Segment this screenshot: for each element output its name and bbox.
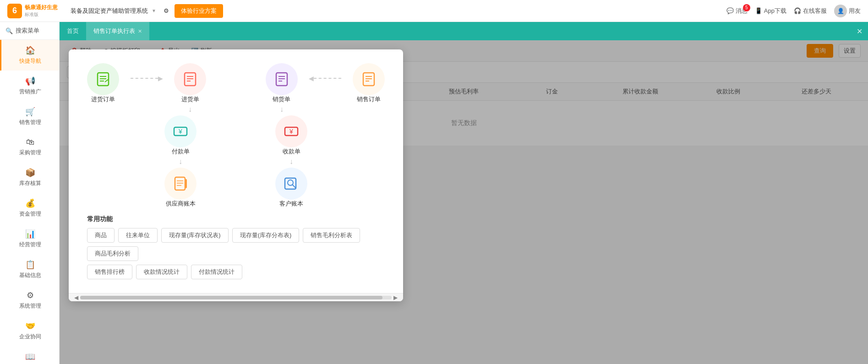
sales-order-label: 销售订单 [357,95,381,103]
tab-home-label: 首页 [67,27,79,35]
scrollbar-left-arrow[interactable]: ◀ [72,294,80,301]
svg-rect-20 [175,177,185,190]
scrollbar-thumb[interactable] [80,296,382,299]
sidebar-item-sales[interactable]: 🛒 销售管理 [0,101,59,132]
sidebar-item-guide[interactable]: 📖 新手引导 [0,346,59,364]
marketing-icon: 📢 [25,76,35,86]
func-btn-stock-dist[interactable]: 现存量(库存分布表) [232,228,300,243]
supplier-ledger-node[interactable] [164,168,197,200]
sidebar-item-system[interactable]: ⚙ 系统管理 [0,285,59,315]
sidebar-label-sales: 销售管理 [19,119,41,126]
function-buttons-row2: 销售排行榜 收款情况统计 付款情况统计 [87,265,385,279]
message-button[interactable]: 💬 消息 5 [726,7,748,15]
sales-order-node[interactable] [353,63,385,95]
support-label: 在线客服 [803,7,827,15]
main-area: 🔍 搜索菜单 🏠 快捷导航 📢 营销推广 🛒 销售管理 🛍 采购管理 📦 [0,22,868,364]
purchase-icon: 🛍 [26,137,34,147]
system-name-label: 装备及固定资产辅助管理系统 [71,7,148,15]
purchase-bill-label: 进货单 [181,95,199,103]
app-label: App下载 [764,7,786,15]
common-functions-title: 常用功能 [87,215,385,223]
sidebar-search[interactable]: 🔍 搜索菜单 [0,22,59,40]
down-arrow-sales: ↓ [266,105,298,114]
func-btn-counterparty[interactable]: 往来单位 [118,228,158,243]
sidebar-item-quick[interactable]: 🏠 快捷导航 [0,40,59,71]
guide-icon: 📖 [25,352,35,362]
purchase-bill-node[interactable] [174,63,206,95]
logo-area: 6 畅康通好生意 标准版 [7,4,67,18]
sidebar-item-purchase[interactable]: 🛍 采购管理 [0,132,59,162]
func-btn-payment-stats[interactable]: 付款情况统计 [191,265,242,279]
func-btn-sales-rank[interactable]: 销售排行榜 [87,265,132,279]
search-label: 搜索菜单 [16,27,39,35]
common-functions: 常用功能 商品 往来单位 现存量(库存状况表) 现存量(库存分布表) 销售毛利分… [87,215,385,279]
func-btn-receipt-stats[interactable]: 收款情况统计 [136,265,187,279]
sidebar-item-enterprise[interactable]: 🤝 企业协同 [0,315,59,346]
trial-button[interactable]: 体验行业方案 [175,4,223,18]
top-bar: 6 畅康通好生意 标准版 装备及固定资产辅助管理系统 ▼ ⚙ 体验行业方案 💬 … [0,0,868,22]
down-arrow-payment: ↓ [164,158,197,166]
tab-close-icon[interactable]: ✕ [138,28,142,34]
function-buttons: 商品 往来单位 现存量(库存状况表) 现存量(库存分布表) 销售毛利分析表 商品… [87,228,385,261]
flow-row3: 供应商账本 客户账本 [87,168,385,208]
purchase-order-col: 进货订单 [87,63,119,103]
system-icon: ⚙ [27,290,34,300]
finance-icon: 💰 [25,198,35,208]
sales-bill-node[interactable] [266,63,298,95]
tab-close-all-button[interactable]: ✕ [857,27,863,36]
payment-col: ¥ 付款单 [164,115,197,156]
message-badge: 5 [743,4,750,11]
func-btn-stock-status[interactable]: 现存量(库存状况表) [161,228,229,243]
payment-node[interactable]: ¥ [164,115,197,147]
scrollbar-track [80,296,392,299]
home-icon: 🏠 [25,45,35,55]
sales-bill-label: 销货单 [273,95,290,103]
receipt-label: 收款单 [283,147,300,156]
scrollbar-right-arrow[interactable]: ▶ [392,294,399,301]
purchase-order-node[interactable] [87,63,119,95]
svg-text:¥: ¥ [289,128,293,135]
customer-ledger-label: 客户账本 [279,200,303,208]
ops-icon: 📊 [25,229,35,239]
tab-sales-order[interactable]: 销售订单执行表 ✕ [86,22,149,40]
customer-ledger-node[interactable] [275,168,307,200]
message-icon: 💬 [726,7,734,14]
flow-row1: 进货订单 ▶ [87,63,385,103]
tab-home[interactable]: 首页 [60,22,86,40]
func-btn-product[interactable]: 商品 [87,228,115,243]
sidebar-item-ops[interactable]: 📊 经营管理 [0,223,59,254]
flow-row2: ¥ 付款单 ¥ 收款单 [87,115,385,156]
system-dropdown-icon[interactable]: ▼ [152,8,156,13]
basic-icon: 📋 [25,260,35,270]
func-btn-sales-margin[interactable]: 销售毛利分析表 [303,228,360,243]
customer-ledger-col: 客户账本 [275,168,307,208]
tab-sales-order-label: 销售订单执行表 [93,27,135,35]
supplier-ledger-col: 供应商账本 [164,168,197,208]
user-avatar: 👤 [834,5,847,17]
sidebar-label-system: 系统管理 [19,302,41,310]
arrow1: ▶ [131,63,163,82]
sidebar-item-marketing[interactable]: 📢 营销推广 [0,71,59,101]
sidebar-label-ops: 经营管理 [19,241,41,249]
modal-scrollbar: ◀ ▶ [69,293,403,301]
support-button[interactable]: 🎧 在线客服 [794,7,827,15]
receipt-node[interactable]: ¥ [275,115,307,147]
brand-line2: 标准版 [25,11,58,18]
payment-label: 付款单 [172,147,190,156]
logo-text: 畅康通好生意 标准版 [25,4,58,18]
sidebar-item-finance[interactable]: 💰 资金管理 [0,193,59,223]
func-btn-product-margin[interactable]: 商品毛利分析 [87,246,138,261]
sales-bill-col: 销货单 [266,63,298,103]
modal-overlay[interactable]: 进货订单 ▶ [60,40,868,364]
sidebar-item-basic[interactable]: 📋 基础信息 [0,254,59,285]
purchase-bill-col: 进货单 [174,63,206,103]
enterprise-icon: 🤝 [25,321,35,331]
receipt-col: ¥ 收款单 [275,115,307,156]
app-download-button[interactable]: 📱 App下载 [755,7,786,15]
user-menu[interactable]: 👤 用友 [834,5,861,17]
sales-order-col: 销售订单 [353,63,385,103]
sidebar-label-enterprise: 企业协同 [19,333,41,341]
arrow-down-row2: ↓ ↓ [87,156,385,168]
settings-icon[interactable]: ⚙ [164,7,169,14]
sidebar-item-inventory[interactable]: 📦 库存核算 [0,162,59,193]
